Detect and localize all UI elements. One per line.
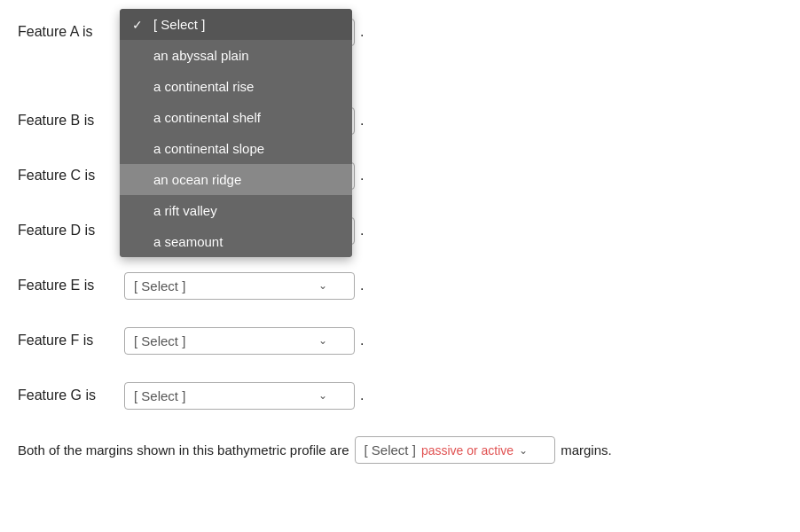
feature-g-chevron-icon: ⌄ bbox=[318, 389, 327, 402]
feature-g-dot: . bbox=[360, 387, 364, 403]
feature-row-f: Feature F is [ Select ] ⌄ . bbox=[18, 317, 782, 364]
page-container: Feature A is [ Select ] ⌄ . ✓ [ Select ]… bbox=[0, 0, 800, 473]
feature-a-dropdown: ✓ [ Select ] an abyssal plain a continen… bbox=[120, 9, 352, 257]
feature-f-select-wrapper: [ Select ] ⌄ bbox=[124, 327, 355, 355]
dropdown-item-label: a continental rise bbox=[153, 79, 254, 94]
feature-a-dot: . bbox=[360, 24, 364, 40]
feature-d-dot: . bbox=[360, 223, 364, 239]
feature-f-select[interactable]: [ Select ] ⌄ bbox=[124, 327, 355, 355]
feature-e-value: [ Select ] bbox=[134, 278, 185, 293]
feature-b-dot: . bbox=[360, 113, 364, 129]
passive-select-label: [ Select ] bbox=[365, 442, 416, 458]
feature-row-g: Feature G is [ Select ] ⌄ . bbox=[18, 372, 782, 419]
dropdown-item-select[interactable]: ✓ [ Select ] bbox=[120, 9, 352, 40]
dropdown-item-rift[interactable]: a rift valley bbox=[120, 195, 352, 226]
dropdown-item-rise[interactable]: a continental rise bbox=[120, 71, 352, 102]
feature-g-select[interactable]: [ Select ] ⌄ bbox=[124, 382, 355, 410]
feature-row-a: Feature A is [ Select ] ⌄ . ✓ [ Select ]… bbox=[18, 9, 782, 55]
feature-g-select-wrapper: [ Select ] ⌄ bbox=[124, 382, 355, 410]
dropdown-item-seamount[interactable]: a seamount bbox=[120, 226, 352, 257]
dropdown-item-label: an abyssal plain bbox=[153, 48, 249, 63]
passive-select[interactable]: [ Select ] passive or active ⌄ bbox=[355, 436, 556, 464]
dropdown-item-abyssal[interactable]: an abyssal plain bbox=[120, 40, 352, 71]
dropdown-item-shelf[interactable]: a continental shelf bbox=[120, 102, 352, 133]
feature-f-value: [ Select ] bbox=[134, 333, 185, 348]
feature-c-dot: . bbox=[360, 168, 364, 184]
passive-select-chevron-icon: ⌄ bbox=[519, 444, 528, 457]
feature-e-select-wrapper: [ Select ] ⌄ bbox=[124, 272, 355, 300]
dropdown-item-label: a continental slope bbox=[153, 141, 264, 156]
feature-e-chevron-icon: ⌄ bbox=[318, 279, 327, 292]
passive-hint: passive or active bbox=[421, 443, 514, 458]
dropdown-item-label: [ Select ] bbox=[153, 17, 205, 32]
feature-b-label: Feature B is bbox=[18, 113, 124, 129]
dropdown-item-label: a seamount bbox=[153, 234, 223, 249]
feature-a-label: Feature A is bbox=[18, 24, 124, 40]
bottom-row: Both of the margins shown in this bathym… bbox=[18, 436, 782, 464]
dropdown-item-label: a continental shelf bbox=[153, 110, 261, 125]
feature-g-label: Feature G is bbox=[18, 387, 124, 403]
feature-c-label: Feature C is bbox=[18, 168, 124, 184]
dropdown-item-slope[interactable]: a continental slope bbox=[120, 133, 352, 164]
bottom-text-after: margins. bbox=[561, 442, 612, 458]
checkmark-icon: ✓ bbox=[132, 18, 148, 32]
dropdown-item-label: an ocean ridge bbox=[153, 172, 241, 187]
dropdown-item-label: a rift valley bbox=[153, 203, 217, 218]
bottom-text-before: Both of the margins shown in this bathym… bbox=[18, 442, 349, 458]
feature-g-value: [ Select ] bbox=[134, 388, 185, 403]
feature-e-dot: . bbox=[360, 278, 364, 293]
feature-e-label: Feature E is bbox=[18, 278, 124, 293]
feature-f-chevron-icon: ⌄ bbox=[318, 334, 327, 347]
feature-e-select[interactable]: [ Select ] ⌄ bbox=[124, 272, 355, 300]
dropdown-item-ridge[interactable]: an ocean ridge bbox=[120, 164, 352, 195]
feature-f-label: Feature F is bbox=[18, 332, 124, 348]
feature-row-e: Feature E is [ Select ] ⌄ . bbox=[18, 262, 782, 309]
feature-d-label: Feature D is bbox=[18, 223, 124, 239]
feature-f-dot: . bbox=[360, 332, 364, 348]
